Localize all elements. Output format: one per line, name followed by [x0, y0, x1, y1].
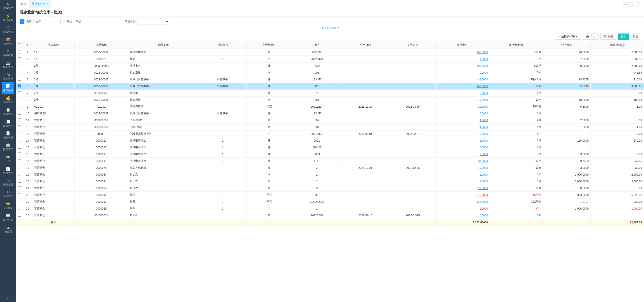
- row-checkbox[interactable]: [16, 124, 23, 130]
- row-qty1[interactable]: 1.0000: [436, 171, 490, 178]
- row-qty1[interactable]: 2.0000: [436, 137, 490, 144]
- sidebar-search[interactable]: 🔍 搜索菜单: [0, 2, 16, 11]
- row-qty1[interactable]: 0.0000: [436, 130, 490, 137]
- row-checkbox[interactable]: [16, 49, 23, 56]
- table-row[interactable]: 24 营营粘仓 0000029 展际 1 个 1 -1.0000 -1个 1,0…: [16, 205, 644, 212]
- table-row[interactable]: 25 营营粘仓 001000031 鲜奶A 瓶 20220216 2022-02…: [16, 212, 644, 219]
- row-qty1[interactable]: 4.0000: [436, 124, 490, 130]
- row-qty1[interactable]: 0.0000: [436, 110, 490, 117]
- sidebar-item-17[interactable]: 📖新手引导: [2, 212, 14, 223]
- row-qty1[interactable]: 1.0000: [436, 56, 490, 63]
- col-header-total[interactable]: 结存金额①: [590, 41, 644, 49]
- col-header-qty2[interactable]: 现存量(包装): [490, 41, 543, 49]
- table-row[interactable]: 9 A01-01 A01-01 子件保质期 千克 20211217 2021-1…: [16, 103, 644, 110]
- sidebar-item-10[interactable]: 📑税务管理: [2, 129, 14, 141]
- tab-inventory-batch[interactable]: 库存批次▼ ×: [29, 0, 51, 8]
- row-checkbox[interactable]: [16, 178, 23, 185]
- sidebar-item-6[interactable]: 📊库存核算: [2, 82, 14, 94]
- row-checkbox[interactable]: [16, 199, 23, 205]
- table-row[interactable]: 12 营营粘仓 000900001 POS 批次 米 001 4.0000 4米…: [16, 124, 644, 130]
- sidebar-item-16[interactable]: 🤝企业协同: [2, 200, 14, 212]
- row-checkbox[interactable]: [16, 63, 23, 69]
- table-row[interactable]: 11 营营粘仓 000900001 POS 批次 米 002 4.0000 4米…: [16, 117, 644, 124]
- row-checkbox[interactable]: [16, 212, 23, 219]
- tab-home[interactable]: 首页: [18, 0, 29, 8]
- table-row[interactable]: 22 营营粘仓 0000012 批号 1 千克 33 -16.0000 -16千…: [16, 192, 644, 199]
- category-select[interactable]: [138, 19, 169, 25]
- tab-close-button[interactable]: ×: [47, 3, 48, 5]
- table-row[interactable]: 4 1号 0023-00005 批次遴选 米 001 0.0000 0米 445…: [16, 69, 644, 76]
- total-help-icon[interactable]: ①: [622, 44, 624, 47]
- warehouse-input[interactable]: [34, 19, 60, 24]
- table-row[interactable]: 7 2号 001000026 批次框 件 11 0.0000 0件 0.00: [16, 90, 644, 96]
- sidebar-item-9[interactable]: 🧾发票管理: [2, 118, 14, 129]
- table-row[interactable]: 3 1号 0023-0000... 测试批次 斤 A001 100.0000 1…: [16, 63, 644, 69]
- row-qty1[interactable]: 100.0000: [436, 49, 490, 56]
- col-header-prod-date[interactable]: 生产日期: [342, 41, 389, 49]
- col-header-exp-date[interactable]: 失效日期: [389, 41, 436, 49]
- table-row[interactable]: 19 营营粘仓 0000084 批次次 米 1 1.0000 1米 2,000.…: [16, 171, 644, 178]
- row-qty1[interactable]: 122.0000: [436, 199, 490, 205]
- row-qty1[interactable]: 10.0000: [436, 103, 490, 110]
- sidebar-item-13[interactable]: 📈经营管理: [2, 165, 14, 177]
- row-qty1[interactable]: 0.0000: [436, 69, 490, 76]
- settings-button[interactable]: 设置: [631, 34, 640, 40]
- row-qty1[interactable]: 100.0000: [436, 63, 490, 69]
- table-row[interactable]: 18 营营粘仓 0000078 多头异色软线 支 2 2021-12-21 20…: [16, 165, 644, 171]
- sidebar-item-12[interactable]: 💵工资: [2, 153, 14, 165]
- maximize-button[interactable]: □: [630, 2, 634, 7]
- table-row[interactable]: 16 营营粘仓 0000017 测试电商批次 1 件 0003 3.0000 3…: [16, 151, 644, 158]
- minimize-button[interactable]: —: [623, 2, 628, 7]
- table-row[interactable]: 17 营营粘仓 0000017 测试电商批次 1 件 1111 87.0000 …: [16, 158, 644, 165]
- expand-conditions-button[interactable]: ▼ 展开更多条件: [20, 26, 640, 30]
- row-checkbox[interactable]: [16, 117, 23, 124]
- row-checkbox[interactable]: [16, 110, 23, 117]
- sidebar-item-2[interactable]: 📦批发管理: [2, 36, 14, 47]
- select-all-checkbox[interactable]: [18, 43, 21, 46]
- refresh-button[interactable]: 🔄 刷新: [600, 34, 616, 40]
- sidebar-item-3[interactable]: 🖥小独电商: [2, 47, 14, 59]
- row-qty1[interactable]: -16.0000: [436, 192, 490, 199]
- table-row[interactable]: 13 营营粘仓 000097 POS显示库存异常 个 20210901 2021…: [16, 130, 644, 137]
- row-qty1[interactable]: 4.0000: [436, 117, 490, 124]
- row-checkbox[interactable]: [16, 144, 23, 151]
- row-checkbox[interactable]: [16, 165, 23, 171]
- row-checkbox[interactable]: [16, 205, 23, 212]
- product-input[interactable]: [74, 19, 119, 24]
- table-row[interactable]: 20 营营粘仓 0000084 批次次 米 2 1.0000 1米 3,000.…: [16, 178, 644, 185]
- export-button[interactable]: 📤 导出: [583, 34, 598, 40]
- query-button[interactable]: 查询: [618, 34, 629, 40]
- row-checkbox[interactable]: [16, 158, 23, 165]
- row-checkbox[interactable]: [16, 96, 23, 103]
- col-header-name[interactable]: 商品名称: [128, 41, 199, 49]
- sidebar-settings-icon[interactable]: ⚙: [0, 295, 16, 302]
- col-header-qty1[interactable]: 现存量(主): [436, 41, 490, 49]
- row-qty1[interactable]: 10.0000: [436, 165, 490, 171]
- col-header-batch[interactable]: 批号: [292, 41, 342, 49]
- sidebar-item-11[interactable]: 🏢固定资产: [2, 141, 14, 153]
- print-button[interactable]: 🖨 按模板打印 ▼: [555, 34, 581, 40]
- row-checkbox[interactable]: [16, 130, 23, 137]
- row-qty1[interactable]: 3.0000: [436, 151, 490, 158]
- row-checkbox[interactable]: [16, 185, 23, 192]
- table-row[interactable]: 2 11 0000029 展际 1 个 20220429 1.0000 1个 3…: [16, 56, 644, 63]
- table-row[interactable]: 21 营营粘仓 0000084 批次次 米 3 10.0000 10米 0.00…: [16, 185, 644, 192]
- row-qty1[interactable]: 87.0000: [436, 158, 490, 165]
- col-header-warehouse[interactable]: 仓库名称: [32, 41, 75, 49]
- col-header-cost[interactable]: 结存成本: [543, 41, 590, 49]
- row-checkbox[interactable]: [16, 151, 23, 158]
- sidebar-item-14[interactable]: 🗂基础信息: [2, 177, 14, 188]
- row-qty1[interactable]: 1.0000: [436, 178, 490, 185]
- row-qty1[interactable]: 10.0000: [436, 185, 490, 192]
- row-checkbox[interactable]: [16, 69, 23, 76]
- sidebar-item-0[interactable]: ⚡快捷导航: [2, 12, 14, 24]
- row-checkbox[interactable]: [16, 56, 23, 63]
- table-row[interactable]: 8 2号 0023-00005 批次遴选 米 001 10.0000 10米 1…: [16, 96, 644, 103]
- table-row[interactable]: 23 营营粘仓 0000012 批号 1 千克 1222222222 122.0…: [16, 199, 644, 205]
- table-row[interactable]: 5 1号 0023-00005 富诚（白色/奶精） 白色/奶精 件 123456…: [16, 76, 644, 83]
- sidebar-item-1[interactable]: 🛒零售管理: [2, 24, 14, 36]
- col-header-unit[interactable]: 主计量单位: [246, 41, 292, 49]
- table-row[interactable]: 6 1号 0023-00008 富诚（白色/奶精） 白色/奶精 件 123 10…: [16, 83, 644, 90]
- table-row[interactable]: 10 测试遴选2 0023-00008 富诚（白色/奶精） 白色/奶精 件 12…: [16, 110, 644, 117]
- row-qty1[interactable]: 0.0000: [436, 90, 490, 96]
